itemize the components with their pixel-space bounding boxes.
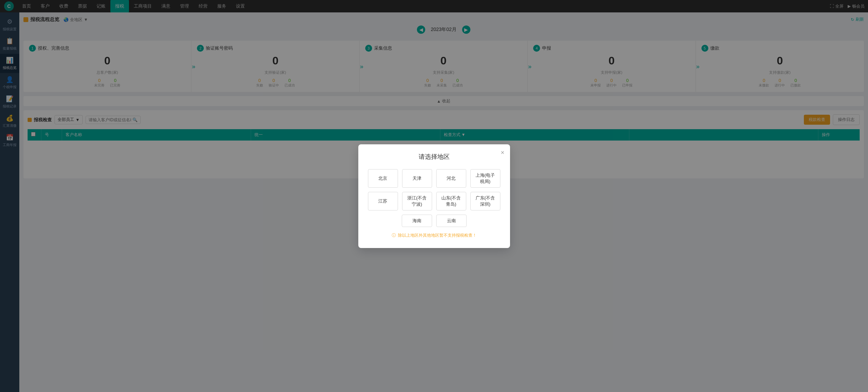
region-btn-shandong[interactable]: 山东(不含青岛) [436, 192, 466, 210]
region-btn-guangdong[interactable]: 广东(不含深圳) [470, 192, 500, 210]
modal-title: 请选择地区 [368, 153, 500, 161]
region-btn-hebei[interactable]: 河北 [436, 169, 466, 188]
region-btn-shanghai[interactable]: 上海(电子税局) [470, 169, 500, 188]
warning-text: ⓘ 除以上地区外其他地区暂不支持报税检查！ [368, 233, 500, 238]
region-grid-row3: 海南 云南 [368, 215, 500, 227]
region-select-modal: × 请选择地区 北京 天津 河北 上海(电子税局) 江苏 浙江(不含宁波) 山东… [358, 144, 510, 248]
region-btn-tianjin[interactable]: 天津 [402, 169, 432, 188]
modal-close-button[interactable]: × [501, 149, 505, 156]
modal-overlay[interactable]: × 请选择地区 北京 天津 河北 上海(电子税局) 江苏 浙江(不含宁波) 山东… [0, 0, 868, 392]
region-btn-jiangsu[interactable]: 江苏 [368, 192, 398, 210]
region-grid-row1: 北京 天津 河北 上海(电子税局) [368, 169, 500, 188]
region-btn-beijing[interactable]: 北京 [368, 169, 398, 188]
region-btn-zhejiang[interactable]: 浙江(不含宁波) [402, 192, 432, 210]
region-btn-yunnan[interactable]: 云南 [436, 215, 467, 227]
region-btn-hainan[interactable]: 海南 [402, 215, 432, 227]
warning-message: 除以上地区外其他地区暂不支持报税检查！ [398, 233, 477, 238]
region-grid-row2: 江苏 浙江(不含宁波) 山东(不含青岛) 广东(不含深圳) [368, 192, 500, 210]
warning-icon: ⓘ [392, 233, 396, 238]
